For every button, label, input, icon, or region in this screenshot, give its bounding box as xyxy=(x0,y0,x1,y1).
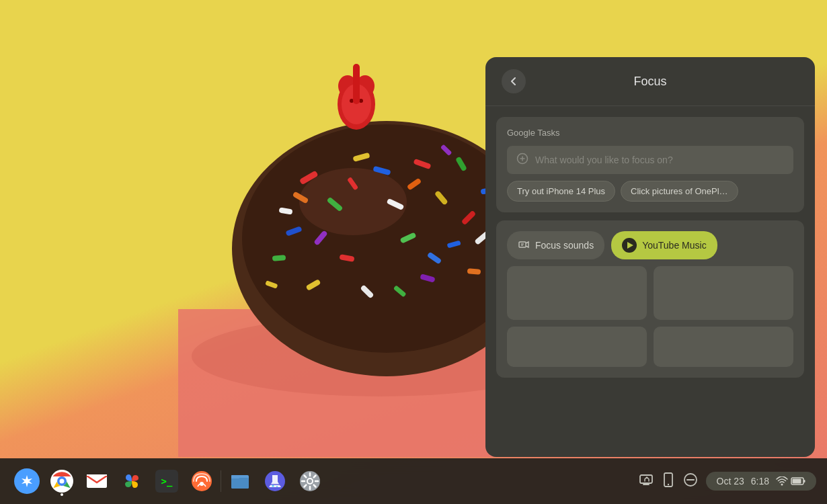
wifi-icon xyxy=(776,476,788,486)
svg-point-76 xyxy=(781,484,783,486)
svg-rect-42 xyxy=(353,64,360,104)
svg-rect-58 xyxy=(87,474,107,488)
chrome-icon xyxy=(50,470,73,493)
svg-point-66 xyxy=(272,485,274,487)
terminal-icon: >_ xyxy=(155,470,178,493)
focus-sounds-label: Focus sounds xyxy=(535,240,594,251)
files-icon xyxy=(229,470,251,493)
svg-rect-59 xyxy=(87,474,107,476)
task-chip-1[interactable]: Try out iPhone 14 Plus xyxy=(507,181,615,202)
taskbar-gmail[interactable] xyxy=(81,465,113,497)
focus-input-row[interactable]: What would you like to focus on? xyxy=(507,146,793,174)
media-card-4[interactable] xyxy=(654,327,793,367)
task-chip-2[interactable]: Click pictures of OnePl… xyxy=(621,181,738,202)
svg-rect-64 xyxy=(231,475,239,478)
youtube-music-button[interactable]: YouTube Music xyxy=(611,231,717,259)
taskbar-photos[interactable] xyxy=(116,465,148,497)
task-add-icon xyxy=(516,153,528,167)
focus-input-placeholder: What would you like to focus on? xyxy=(535,155,673,165)
media-card-1[interactable] xyxy=(507,266,647,320)
media-card-2[interactable] xyxy=(654,266,793,320)
taskbar-chrome[interactable] xyxy=(46,465,78,497)
svg-rect-71 xyxy=(640,475,652,483)
battery-icon xyxy=(791,476,805,486)
tasks-section-label: Google Tasks xyxy=(507,128,793,138)
youtube-music-play-icon xyxy=(622,238,637,253)
photos-icon xyxy=(120,470,143,493)
launcher-icon xyxy=(14,468,40,494)
taskbar-terminal[interactable]: >_ xyxy=(151,465,183,497)
media-buttons: Focus sounds YouTube Music xyxy=(507,231,793,259)
media-section: Focus sounds YouTube Music xyxy=(496,220,804,378)
panel-title: Focus xyxy=(633,75,666,89)
taskbar-system-tray: Oct 23 6:18 xyxy=(639,472,817,491)
svg-rect-63 xyxy=(231,478,249,489)
gmail-icon xyxy=(85,470,108,493)
wifi-battery-icons xyxy=(776,476,805,486)
panel-content: Google Tasks What would you like to focu… xyxy=(485,106,815,457)
date-time-block[interactable]: Oct 23 6:18 xyxy=(706,472,817,491)
taskbar-radio[interactable] xyxy=(186,465,218,497)
youtube-music-label: YouTube Music xyxy=(642,240,706,251)
back-button[interactable] xyxy=(502,69,526,93)
date-label: Oct 23 xyxy=(717,476,744,487)
svg-point-70 xyxy=(308,479,312,483)
taskbar-files[interactable] xyxy=(224,465,256,497)
media-cards-top xyxy=(507,266,793,320)
phone-icon[interactable] xyxy=(662,472,675,491)
taskbar-apps: >_ xyxy=(11,465,326,497)
taskbar: >_ xyxy=(0,458,827,504)
svg-rect-79 xyxy=(793,479,801,484)
focus-panel: Focus Google Tasks What would you like t… xyxy=(485,57,815,457)
settings-icon xyxy=(299,470,321,493)
screen-share-icon[interactable] xyxy=(639,472,654,491)
svg-rect-78 xyxy=(803,480,805,482)
task-chips: Try out iPhone 14 Plus Click pictures of… xyxy=(507,181,793,202)
panel-header: Focus xyxy=(485,57,815,106)
taskbar-lab[interactable] xyxy=(259,465,291,497)
do-not-disturb-icon[interactable] xyxy=(683,472,698,491)
taskbar-settings[interactable] xyxy=(294,465,326,497)
media-card-3[interactable] xyxy=(507,327,647,367)
svg-point-73 xyxy=(667,483,668,485)
radio-icon xyxy=(190,470,213,493)
focus-sounds-button[interactable]: Focus sounds xyxy=(507,231,604,259)
svg-point-67 xyxy=(276,486,278,487)
tasks-section: Google Tasks What would you like to focu… xyxy=(496,117,804,212)
taskbar-launcher[interactable] xyxy=(11,465,43,497)
time-label: 6:18 xyxy=(751,476,769,487)
media-cards-bottom xyxy=(507,327,793,367)
focus-sounds-icon xyxy=(518,239,530,253)
svg-point-57 xyxy=(60,479,65,484)
taskbar-divider-1 xyxy=(221,470,221,492)
svg-rect-51 xyxy=(519,242,526,247)
lab-icon xyxy=(264,470,286,493)
